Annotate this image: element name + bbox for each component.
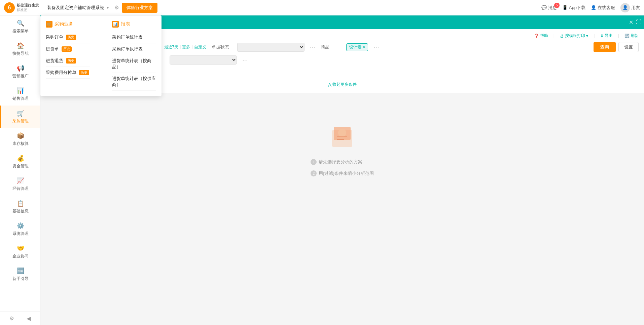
- app-download-action[interactable]: 📱 App下载: [562, 5, 585, 11]
- empty-step-2: 2 用[过滤]条件来缩小分析范围: [311, 170, 373, 176]
- return-label: 进货退货: [46, 58, 63, 64]
- set-button[interactable]: 设置: [618, 42, 639, 52]
- shortcut-7days[interactable]: 最近7天: [164, 44, 179, 50]
- collapse-button[interactable]: ⋀ 收起更多条件: [328, 82, 357, 87]
- incoming-stat-supplier-label: 进货单统计表（按供应商）: [112, 76, 156, 88]
- dropdown-item-order-exec[interactable]: 采购订单执行表: [112, 43, 156, 55]
- user-action[interactable]: 👤 用友: [620, 3, 640, 12]
- logo-icon: 6: [4, 2, 15, 13]
- sidebar-label-finance: 资金管理: [12, 163, 29, 169]
- shortcut-more[interactable]: 更多: [182, 44, 190, 50]
- salesman-select[interactable]: [170, 55, 237, 65]
- sidebar-item-inventory[interactable]: 📦 库存核算: [0, 128, 40, 151]
- help-btn[interactable]: ❓ 帮助: [534, 33, 548, 39]
- sidebar-label-quick-nav: 快捷导航: [12, 51, 29, 56]
- online-service-label: 在线客服: [598, 5, 615, 11]
- online-service-action[interactable]: 👤 在线客服: [591, 5, 615, 11]
- sidebar-item-guide[interactable]: 🆕 新手引导: [0, 263, 40, 286]
- sidebar-item-finance[interactable]: 💰 资金管理: [0, 151, 40, 173]
- doc-status-label: 单据状态: [212, 44, 232, 50]
- sidebar: 🔍 搜索菜单 🏠 快捷导航 📢 营销推广 📊 销售管理 🛒 采购管理 📦 库存核…: [0, 15, 40, 325]
- sidebar-item-operation[interactable]: 📈 经营管理: [0, 173, 40, 196]
- sidebar-item-basic[interactable]: 📋 基础信息: [0, 196, 40, 218]
- message-icon: 💬: [541, 5, 547, 10]
- print-dropdown-icon[interactable]: ▾: [586, 34, 588, 38]
- print-icon: 🖨: [560, 34, 564, 38]
- report-col: 📊 报表 采购订单统计表 采购订单执行表 进货单统计表（按商品） 进货单统计表（…: [112, 21, 156, 91]
- empty-step-1-text: 请先选择要分析的方案: [319, 159, 362, 165]
- empty-steps: 1 请先选择要分析的方案 2 用[过滤]条件来缩小分析范围: [311, 158, 373, 178]
- sidebar-label-operation: 经营管理: [12, 186, 29, 192]
- message-badge: 5: [554, 3, 560, 8]
- user-label: 用友: [631, 5, 640, 11]
- sidebar-collapse-btn[interactable]: ◀: [27, 315, 31, 322]
- incoming-label: 进货单: [46, 46, 59, 52]
- purchase-order-label: 采购订单: [46, 34, 63, 40]
- sidebar-label-sales: 销售管理: [12, 96, 29, 101]
- service-icon: 👤: [591, 5, 596, 10]
- expense-label: 采购费用分摊单: [46, 70, 76, 76]
- empty-step-1: 1 请先选择要分析的方案: [311, 159, 373, 165]
- top-bar: 6 畅捷通好生意 标准版 装备及固定资产辅助管理系统 ▾ ⚙ 体验行业方案 💬 …: [0, 0, 644, 15]
- sidebar-settings-btn[interactable]: ⚙: [9, 315, 14, 322]
- doc-status-select[interactable]: [237, 43, 305, 52]
- tab-close-page-icon[interactable]: ✕: [629, 19, 633, 26]
- logo-line2: 标准版: [17, 8, 39, 12]
- trial-button[interactable]: 体验行业方案: [122, 3, 157, 13]
- print-label: 按模板打印: [565, 33, 585, 39]
- print-btn[interactable]: 🖨 按模板打印 ▾: [560, 33, 588, 39]
- tab-fullscreen-icon[interactable]: ⛶: [636, 19, 641, 26]
- logo-area: 6 畅捷通好生意 标准版: [4, 2, 44, 13]
- app-download-label: App下载: [569, 5, 585, 11]
- shortcut-custom[interactable]: 自定义: [194, 44, 206, 50]
- logo-line1: 畅捷通好生意: [17, 3, 39, 7]
- empty-step-2-text: 用[过滤]条件来缩小分析范围: [319, 170, 373, 176]
- query-button[interactable]: 查询: [594, 42, 616, 52]
- settings-icon[interactable]: ⚙: [114, 4, 119, 11]
- sidebar-item-search[interactable]: 🔍 搜索菜单: [0, 15, 40, 38]
- help-label: 帮助: [540, 33, 548, 39]
- refresh-icon: 🔄: [624, 34, 630, 38]
- sidebar-item-sales[interactable]: 📊 销售管理: [0, 83, 40, 106]
- title-dropdown-icon[interactable]: ▾: [107, 5, 109, 10]
- dropdown-item-expense[interactable]: 采购费用分摊单 历史: [46, 67, 90, 79]
- purchase-col: 🛒 采购业务 采购订单 历史 进货单 历史 进货退货 历史 采购费用分摊单 历史: [46, 21, 90, 91]
- basic-icon: 📋: [17, 200, 24, 207]
- goods-filter-label: 商品: [321, 44, 341, 50]
- enterprise-icon: 🤝: [17, 245, 24, 252]
- goods-tag: 设计素 ×: [346, 43, 368, 51]
- sidebar-label-marketing: 营销推广: [12, 73, 29, 79]
- empty-illustration: [325, 120, 359, 154]
- user-avatar: 👤: [620, 3, 630, 12]
- dropdown-item-return[interactable]: 进货退货 历史: [46, 55, 90, 67]
- sales-icon: 📊: [17, 87, 24, 94]
- top-actions: 💬 消息 5 📱 App下载 👤 在线客服 👤 用友: [541, 3, 640, 12]
- refresh-label: 刷新: [631, 33, 639, 39]
- sidebar-item-system[interactable]: ⚙️ 系统管理: [0, 218, 40, 241]
- incoming-hist: 历史: [62, 46, 72, 52]
- return-hist: 历史: [66, 58, 76, 64]
- refresh-btn[interactable]: 🔄 刷新: [624, 33, 639, 39]
- export-btn[interactable]: ⬇ 导出: [600, 33, 613, 39]
- sidebar-item-purchase[interactable]: 🛒 采购管理: [0, 106, 40, 128]
- dropdown-item-incoming-stat-goods[interactable]: 进货单统计表（按商品）: [112, 55, 156, 73]
- dropdown-item-purchase-order[interactable]: 采购订单 历史: [46, 32, 90, 43]
- dropdown-divider: [101, 21, 101, 91]
- system-icon: ⚙️: [17, 222, 24, 230]
- purchase-dropdown-menu: 🛒 采购业务 采购订单 历史 进货单 历史 进货退货 历史 采购费用分摊单 历史…: [40, 15, 162, 96]
- export-icon: ⬇: [600, 34, 604, 38]
- purchase-menu-icon: 🛒: [46, 21, 52, 28]
- message-action[interactable]: 💬 消息 5: [541, 5, 557, 11]
- tab-right-actions: ✕ ⛶: [629, 19, 641, 26]
- sidebar-item-marketing[interactable]: 📢 营销推广: [0, 60, 40, 83]
- sidebar-item-enterprise[interactable]: 🤝 企业协同: [0, 241, 40, 263]
- sidebar-item-quick-nav[interactable]: 🏠 快捷导航: [0, 38, 40, 60]
- dropdown-item-incoming-stat-supplier[interactable]: 进货单统计表（按供应商）: [112, 73, 156, 91]
- dropdown-item-order-stat[interactable]: 采购订单统计表: [112, 32, 156, 43]
- empty-state: 1 请先选择要分析的方案 2 用[过滤]条件来缩小分析范围: [40, 93, 644, 205]
- goods-tag-close[interactable]: ×: [363, 45, 365, 49]
- dropdown-item-incoming[interactable]: 进货单 历史: [46, 43, 90, 55]
- report-col-title: 📊 报表: [112, 21, 156, 28]
- purchase-title-text: 采购业务: [55, 21, 73, 27]
- mobile-icon: 📱: [562, 5, 568, 10]
